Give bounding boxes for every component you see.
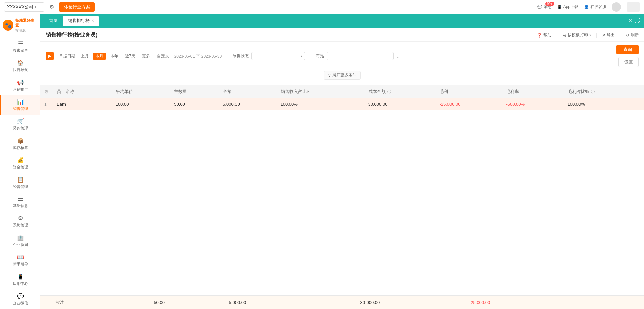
sidebar-item-wechat[interactable]: 💬 企业微信 <box>0 290 40 309</box>
cost-info-icon[interactable]: ⓘ <box>387 90 391 94</box>
total-gross-profit: -25,000.00 <box>465 296 580 309</box>
logo-text-area: 畅康通好生意 标准版 <box>15 18 37 33</box>
settings-icon[interactable]: ⚙ <box>47 2 56 12</box>
sidebar-item-system[interactable]: ⚙ 系统管理 <box>0 212 40 231</box>
expand-conditions-button[interactable]: ∨ 展开更多条件 <box>324 71 361 80</box>
sidebar-item-basics[interactable]: 🗃 基础信息 <box>0 193 40 212</box>
status-filter-label: 单据状态 <box>232 53 249 59</box>
sidebar-item-sales[interactable]: 📊 销售管理 <box>0 95 40 115</box>
sidebar-label-finance: 资金管理 <box>13 165 28 170</box>
window-expand-icon[interactable]: ⛶ <box>635 18 640 24</box>
sidebar-label-sales: 销售管理 <box>13 106 28 111</box>
date-tab-last-month[interactable]: 上月 <box>78 53 91 60</box>
tab-close-icon[interactable]: × <box>92 18 94 23</box>
tab-home-label: 首页 <box>49 18 58 24</box>
sidebar-item-inventory[interactable]: 📦 库存核算 <box>0 134 40 154</box>
expand-row: ∨ 展开更多条件 <box>46 69 639 82</box>
guide-icon: 📖 <box>17 254 24 260</box>
goods-filter: 商品 ... <box>316 52 401 60</box>
page-actions: ❓ 帮助 🖨 按模板打印 ▾ ↗ 导出 <box>537 32 639 38</box>
logo-icon: 🐾 <box>3 20 13 31</box>
date-tab-this-year[interactable]: 本年 <box>108 53 121 60</box>
refresh-button[interactable]: ↺ 刷新 <box>626 32 639 38</box>
username <box>627 2 640 12</box>
set-button[interactable]: 设置 <box>618 57 639 67</box>
tab-sales-ranking[interactable]: 销售排行榜 × <box>63 16 99 26</box>
window-close-icon[interactable]: × <box>629 18 632 24</box>
avatar[interactable] <box>612 2 621 12</box>
cell-avg-price: 100.00 <box>112 98 170 110</box>
help-label: 帮助 <box>543 32 551 38</box>
print-button[interactable]: 🖨 按模板打印 ▾ <box>562 32 591 38</box>
sidebar-label-apps: 应用中心 <box>13 281 28 286</box>
gross-pct-info-icon[interactable]: ⓘ <box>591 90 595 94</box>
sidebar-label-system: 系统管理 <box>13 223 28 228</box>
cell-sales-pct: 100.00% <box>276 98 364 110</box>
total-cost-amount: 30,000.00 <box>356 296 465 309</box>
filter-row: ▶ 单据日期 上月 本月 本年 近7天 更多 自定义 2023-06-01 至 … <box>46 45 639 67</box>
sidebar-item-guide[interactable]: 📖 新手引导 <box>0 251 40 270</box>
total-label: 合计 <box>51 296 118 309</box>
sidebar-item-operations[interactable]: 📋 经营管理 <box>0 173 40 193</box>
cell-amount: 5,000.00 <box>219 98 276 110</box>
status-select-wrapper <box>251 52 305 60</box>
sidebar-item-purchase[interactable]: 🛒 采购管理 <box>0 115 40 134</box>
export-button[interactable]: ↗ 导出 <box>602 32 615 38</box>
totals-table: 合计 50.00 5,000.00 30,000.00 -25,000.00 <box>40 296 644 309</box>
col-gross-profit: 毛利 <box>435 85 502 98</box>
print-chevron-icon: ▾ <box>589 33 591 37</box>
message-button[interactable]: 💬 消息 99+ <box>537 4 552 10</box>
sidebar-item-shortcut[interactable]: 🏠 快捷导航 <box>0 56 40 76</box>
table-header-row: ⚙ 员工名称 平均单价 主数量 全额 销售收入占比% 成本全额 ⓘ <box>40 85 644 98</box>
total-main-qty: 50.00 <box>149 296 225 309</box>
sidebar-label-basics: 基础信息 <box>13 203 28 208</box>
cell-name: Eam <box>53 98 112 110</box>
help-button[interactable]: ❓ 帮助 <box>537 32 551 38</box>
total-avg-price <box>118 296 149 309</box>
goods-more-icon[interactable]: ... <box>397 54 401 59</box>
table-settings-icon[interactable]: ⚙ <box>44 89 49 94</box>
sidebar-item-enterprise[interactable]: 🏢 企业协同 <box>0 231 40 251</box>
sidebar-item-apps[interactable]: 📱 应用中心 <box>0 270 40 290</box>
app-icon: 📱 <box>557 5 562 9</box>
tab-home[interactable]: 首页 <box>44 16 62 26</box>
date-tab-this-month[interactable]: 本月 <box>93 53 106 60</box>
company-selector[interactable]: XXXXXX公司 ▾ <box>4 2 44 12</box>
sidebar-item-marketing[interactable]: 📢 营销推广 <box>0 76 40 95</box>
status-select[interactable] <box>251 52 305 60</box>
online-service-button[interactable]: 👤 在线客服 <box>584 4 606 10</box>
date-tab-7days[interactable]: 近7天 <box>122 53 138 60</box>
sidebar: 🐾 畅康通好生意 标准版 ☰ 搜索菜单 🏠 快捷导航 📢 营销推广 📊 销售管理… <box>0 14 40 309</box>
total-amount: 5,000.00 <box>225 296 325 309</box>
sidebar-item-finance[interactable]: 💰 资金管理 <box>0 154 40 173</box>
date-filter-label: 单据日期 <box>59 53 75 59</box>
sidebar-logo: 🐾 畅康通好生意 标准版 <box>0 14 40 37</box>
page-content: 销售排行榜(按业务员) ❓ 帮助 🖨 按模板打印 ▾ ↗ <box>40 28 644 309</box>
date-tab-more[interactable]: 更多 <box>139 53 153 60</box>
sidebar-item-search[interactable]: ☰ 搜索菜单 <box>0 37 40 56</box>
page-header: 销售排行榜(按业务员) ❓ 帮助 🖨 按模板打印 ▾ ↗ <box>40 28 644 42</box>
home-icon: 🏠 <box>17 60 24 66</box>
cell-rank: 1 <box>40 98 53 110</box>
divider <box>557 33 557 38</box>
totals-row: 合计 50.00 5,000.00 30,000.00 -25,000.00 <box>40 296 644 309</box>
col-gross-rate: 毛利率 <box>502 85 563 98</box>
app-download-button[interactable]: 📱 App下载 <box>557 4 578 10</box>
cell-cost-amount: 30,000.00 <box>364 98 436 110</box>
cell-gross-rate: -500.00% <box>502 98 563 110</box>
top-bar: XXXXXX公司 ▾ ⚙ 体验行业方案 💬 消息 99+ 📱 App下载 👤 在… <box>0 0 644 14</box>
service-label: 在线客服 <box>590 4 606 10</box>
refresh-icon: ↺ <box>626 33 629 38</box>
search-menu-icon: ☰ <box>18 40 23 47</box>
inventory-icon: 📦 <box>17 138 24 144</box>
date-tabs: 上月 本月 本年 近7天 更多 自定义 <box>78 53 172 60</box>
top-right-area: 💬 消息 99+ 📱 App下载 👤 在线客服 <box>537 2 640 12</box>
date-tab-custom[interactable]: 自定义 <box>154 53 172 60</box>
trial-button[interactable]: 体验行业方案 <box>59 2 95 12</box>
goods-input[interactable] <box>327 52 394 60</box>
divider2 <box>596 33 597 38</box>
print-icon: 🖨 <box>562 33 566 38</box>
query-button[interactable]: 查询 <box>616 45 639 54</box>
data-table: ⚙ 员工名称 平均单价 主数量 全额 销售收入占比% 成本全额 ⓘ <box>40 85 644 110</box>
filter-collapse-button[interactable]: ▶ <box>46 52 54 60</box>
